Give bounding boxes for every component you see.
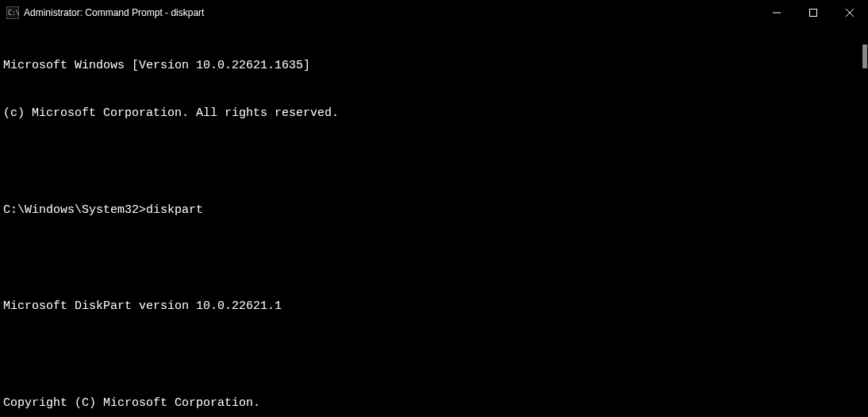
cmd-icon: C:\ (6, 6, 19, 19)
blank-line (3, 251, 865, 267)
blank-line (3, 347, 865, 363)
output-line: Microsoft DiskPart version 10.0.22621.1 (3, 299, 865, 315)
output-line: (c) Microsoft Corporation. All rights re… (3, 106, 865, 122)
svg-text:C:\: C:\ (8, 10, 19, 17)
window-controls (759, 0, 868, 25)
terminal-output[interactable]: Microsoft Windows [Version 10.0.22621.16… (0, 25, 868, 417)
minimize-button[interactable] (759, 0, 795, 25)
prompt-line: C:\Windows\System32>diskpart (3, 203, 865, 218)
titlebar-left: C:\ Administrator: Command Prompt - disk… (6, 6, 204, 19)
output-line: Copyright (C) Microsoft Corporation. (3, 396, 865, 411)
output-line: Microsoft Windows [Version 10.0.22621.16… (3, 58, 865, 74)
svg-rect-3 (810, 10, 817, 17)
window-titlebar: C:\ Administrator: Command Prompt - disk… (0, 0, 868, 25)
prompt-path: C:\Windows\System32> (3, 203, 146, 217)
close-button[interactable] (832, 0, 868, 25)
blank-line (3, 154, 865, 170)
maximize-button[interactable] (795, 0, 832, 25)
command-text: diskpart (146, 203, 203, 217)
window-title: Administrator: Command Prompt - diskpart (24, 7, 204, 18)
